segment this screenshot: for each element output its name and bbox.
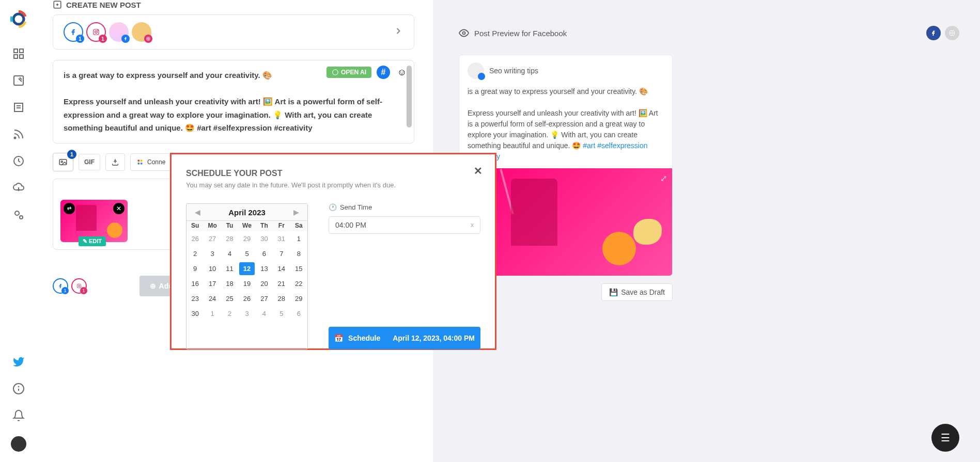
send-time-text: Send Time bbox=[340, 203, 372, 211]
accounts-selector[interactable]: 1 1 bbox=[53, 14, 414, 50]
calendar-day[interactable]: 30 bbox=[186, 306, 204, 321]
time-input[interactable]: 04:00 PM x bbox=[329, 216, 480, 234]
calendar-day[interactable]: 21 bbox=[273, 276, 290, 291]
edit-button[interactable]: ✎ EDIT bbox=[79, 236, 106, 246]
post-composer[interactable]: OPEN AI # ☺ is a great way to express yo… bbox=[53, 60, 414, 144]
news-icon[interactable] bbox=[12, 101, 25, 114]
calendar-day[interactable]: 8 bbox=[290, 246, 307, 261]
add-gif-button[interactable]: GIF bbox=[79, 154, 100, 170]
calendar-day[interactable]: 22 bbox=[290, 276, 307, 291]
calendar-day[interactable]: 14 bbox=[273, 261, 290, 276]
calendar-day[interactable]: 6 bbox=[290, 306, 307, 321]
calendar-day[interactable]: 26 bbox=[238, 291, 255, 306]
composer-line2: Express yourself and unleash your creati… bbox=[64, 95, 388, 135]
calendar-day[interactable]: 31 bbox=[273, 231, 290, 246]
account-page-2[interactable] bbox=[132, 22, 151, 42]
openai-button[interactable]: OPEN AI bbox=[326, 67, 371, 78]
calendar-day[interactable]: 17 bbox=[204, 276, 221, 291]
media-thumbnail[interactable]: ⇄ ✕ ✎ EDIT bbox=[60, 200, 128, 242]
preview-fb-toggle[interactable] bbox=[926, 26, 941, 40]
svg-point-11 bbox=[15, 211, 19, 215]
hashtag-button[interactable]: # bbox=[377, 66, 390, 79]
svg-rect-1 bbox=[14, 49, 18, 53]
add-image-button[interactable]: 1 bbox=[53, 153, 73, 171]
svg-point-30 bbox=[78, 285, 80, 286]
footer-fb[interactable]: 1 bbox=[53, 278, 68, 294]
user-avatar[interactable] bbox=[11, 436, 26, 452]
rss-icon[interactable] bbox=[12, 128, 25, 140]
schedule-confirm-button[interactable]: 📅 Schedule April 12, 2023, 04:00 PM bbox=[329, 327, 480, 349]
calendar-day[interactable]: 27 bbox=[204, 231, 221, 246]
calendar-day[interactable]: 1 bbox=[204, 306, 221, 321]
calendar-day[interactable]: 2 bbox=[186, 246, 204, 261]
calendar-day[interactable]: 7 bbox=[273, 246, 290, 261]
calendar-day[interactable]: 9 bbox=[186, 261, 204, 276]
calendar-day[interactable]: 2 bbox=[221, 306, 238, 321]
expand-icon[interactable]: ⤢ bbox=[660, 173, 667, 183]
calendar-day[interactable]: 4 bbox=[221, 246, 238, 261]
calendar-day[interactable]: 13 bbox=[256, 261, 273, 276]
account-page-1[interactable] bbox=[109, 22, 129, 42]
svg-point-22 bbox=[333, 70, 338, 75]
calendar-day[interactable]: 6 bbox=[256, 246, 273, 261]
close-icon[interactable]: ✕ bbox=[474, 165, 483, 177]
svg-point-31 bbox=[463, 32, 465, 35]
fab-button[interactable]: ☰ bbox=[931, 424, 959, 452]
modal-title: SCHEDULE YOUR POST bbox=[186, 169, 480, 178]
compose-icon[interactable] bbox=[12, 74, 25, 87]
svg-rect-32 bbox=[950, 31, 955, 36]
schedule-btn-date: April 12, 2023, 04:00 PM bbox=[393, 334, 475, 342]
calendar-day[interactable]: 11 bbox=[221, 261, 238, 276]
calendar-day[interactable]: 29 bbox=[290, 291, 307, 306]
delete-icon[interactable]: ✕ bbox=[113, 203, 125, 214]
time-clear[interactable]: x bbox=[471, 221, 474, 229]
calendar-day[interactable]: 26 bbox=[186, 231, 204, 246]
footer-ig[interactable]: 1 bbox=[71, 278, 87, 294]
upload-button[interactable] bbox=[105, 153, 125, 171]
calendar-day[interactable]: 1 bbox=[290, 231, 307, 246]
calendar-day[interactable]: 10 bbox=[204, 261, 221, 276]
calendar-day[interactable]: 16 bbox=[186, 276, 204, 291]
save-draft-button[interactable]: 💾 Save as Draft bbox=[601, 283, 673, 301]
calendar-day[interactable]: 29 bbox=[238, 231, 255, 246]
calendar-day[interactable]: 28 bbox=[221, 231, 238, 246]
twitter-icon[interactable] bbox=[12, 356, 25, 368]
calendar-day[interactable]: 30 bbox=[256, 231, 273, 246]
calendar-day[interactable]: 3 bbox=[204, 246, 221, 261]
next-month[interactable]: ▶ bbox=[290, 207, 302, 217]
calendar-day[interactable]: 27 bbox=[256, 291, 273, 306]
account-facebook[interactable]: 1 bbox=[64, 22, 83, 42]
preview-ig-toggle[interactable] bbox=[945, 26, 959, 40]
dashboard-icon[interactable] bbox=[12, 47, 25, 60]
bell-icon[interactable] bbox=[12, 409, 25, 422]
dow-cell: Su bbox=[186, 222, 204, 229]
calendar-day[interactable]: 4 bbox=[256, 306, 273, 321]
edit-label: EDIT bbox=[89, 238, 102, 244]
prev-month[interactable]: ◀ bbox=[192, 207, 204, 217]
calendar-day[interactable]: 18 bbox=[221, 276, 238, 291]
recycle-icon[interactable] bbox=[12, 155, 25, 167]
ig-sub-badge bbox=[144, 35, 152, 43]
info-icon[interactable] bbox=[12, 383, 25, 395]
calendar-day[interactable]: 20 bbox=[256, 276, 273, 291]
calendar-day[interactable]: 28 bbox=[273, 291, 290, 306]
calendar-day[interactable]: 3 bbox=[238, 306, 255, 321]
footer-accounts: 1 1 bbox=[53, 278, 87, 294]
calendar-day[interactable]: 5 bbox=[273, 306, 290, 321]
time-value: 04:00 PM bbox=[335, 221, 366, 229]
settings-icon[interactable] bbox=[12, 209, 25, 221]
openai-label: OPEN AI bbox=[341, 69, 366, 76]
composer-scrollbar[interactable] bbox=[407, 66, 412, 128]
download-icon[interactable] bbox=[12, 182, 25, 194]
account-instagram[interactable]: 1 bbox=[86, 22, 106, 42]
calendar-day[interactable]: 23 bbox=[186, 291, 204, 306]
connect-button[interactable]: Conne bbox=[130, 153, 171, 171]
calendar-day[interactable]: 12 bbox=[239, 262, 254, 275]
calendar-day[interactable]: 25 bbox=[221, 291, 238, 306]
swap-icon[interactable]: ⇄ bbox=[64, 203, 75, 214]
calendar-day[interactable]: 19 bbox=[238, 276, 255, 291]
calendar-day[interactable]: 24 bbox=[204, 291, 221, 306]
calendar-day[interactable]: 5 bbox=[238, 246, 255, 261]
calendar-day[interactable]: 15 bbox=[290, 261, 307, 276]
thumb-orange bbox=[107, 222, 122, 238]
